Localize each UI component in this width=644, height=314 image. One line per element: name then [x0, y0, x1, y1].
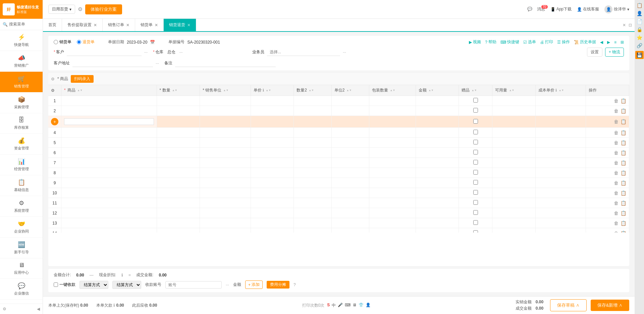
sidebar-item-finance[interactable]: 💰 资金管理 — [0, 134, 43, 154]
copy-icon[interactable]: 📋 — [621, 231, 626, 233]
tab-sale-out[interactable]: 销货单 ✕ — [135, 19, 164, 31]
tab-sale-return[interactable]: 销货退货 ✕ — [164, 19, 196, 31]
one-click-checkbox[interactable] — [54, 282, 58, 287]
delete-icon[interactable]: 🗑 — [614, 231, 619, 233]
list-view-icon[interactable]: ≡ — [614, 40, 616, 45]
product-cell-3[interactable] — [61, 116, 157, 128]
qty2-cell-2[interactable] — [294, 106, 332, 116]
sidebar-item-system[interactable]: ⚙ 系统管理 — [0, 196, 43, 217]
cost-price-info-icon[interactable]: ℹ — [555, 88, 557, 92]
salesman-input[interactable] — [267, 48, 340, 56]
fee-split-button[interactable]: 费用分摊 — [267, 281, 289, 289]
scan-button[interactable]: 扫码录入 — [71, 75, 94, 83]
fee-split-help-icon[interactable]: ? — [293, 282, 296, 287]
action-print[interactable]: 🖨 打印 — [540, 39, 553, 45]
sale-unit-cell-1[interactable] — [200, 96, 251, 106]
th-gift[interactable]: 赠品 ▲▼ — [459, 85, 492, 96]
add-row-button[interactable]: + — [51, 118, 58, 125]
sidebar-item-sales[interactable]: 🛒 销售管理 — [0, 72, 43, 92]
add-payment-button[interactable]: + 添加 — [245, 280, 263, 289]
discount-info-icon[interactable]: ℹ — [121, 273, 123, 277]
shirt-icon[interactable]: 👕 — [359, 303, 364, 308]
rp-icon-2[interactable]: 👤 — [637, 11, 642, 16]
rp-icon-7[interactable]: 💾 — [635, 51, 644, 59]
th-unit2[interactable]: 单位2 ▲▼ — [331, 85, 369, 96]
grid-view-icon[interactable]: ⊞ — [621, 40, 624, 45]
sidebar-item-inventory[interactable]: 🗄 库存核算 — [0, 113, 43, 134]
delete-icon[interactable]: 🗑 — [614, 160, 619, 166]
action-video[interactable]: ▶ 视频 — [469, 39, 481, 45]
product-cell-1[interactable] — [61, 96, 157, 106]
unit-price-cell-2[interactable] — [251, 106, 294, 116]
delete-icon[interactable]: 🗑 — [614, 190, 619, 196]
tab-close-sale-return[interactable]: ✕ — [187, 23, 191, 27]
tab-close-sale-out[interactable]: ✕ — [155, 23, 158, 27]
copy-icon[interactable]: 📋 — [621, 130, 626, 135]
account-lookup-icon[interactable]: ··· — [226, 282, 229, 287]
gift-check-2[interactable] — [473, 108, 478, 113]
unit-price-info-icon[interactable]: ℹ — [263, 88, 264, 92]
unit2-cell-1[interactable] — [331, 96, 369, 106]
th-amount[interactable]: 金额 ▲▼ — [416, 85, 459, 96]
pkg-qty-cell-3[interactable] — [369, 116, 416, 128]
copy-row-1-icon[interactable]: 📋 — [621, 98, 626, 104]
customer-input[interactable] — [67, 48, 142, 56]
sidebar-item-guide[interactable]: 🆕 新手引导 — [0, 238, 43, 258]
col-gear-icon[interactable]: ⚙ — [51, 88, 55, 93]
search-menu[interactable]: 🔍 搜索菜单 — [0, 19, 43, 30]
sidebar-item-enterprise[interactable]: 🤝 企业协同 — [0, 217, 43, 238]
qty-cell-2[interactable] — [157, 106, 200, 116]
radio-return-input[interactable] — [77, 40, 81, 44]
copy-icon[interactable]: 📋 — [621, 160, 626, 166]
copy-row-3-icon[interactable]: 📋 — [621, 119, 626, 124]
settle-method-select[interactable]: 结算方式 — [79, 281, 108, 289]
keyboard-switch-icon[interactable]: ⌨ — [345, 303, 351, 308]
cost-price-cell-2[interactable] — [535, 106, 586, 116]
logistics-button[interactable]: + 物流 — [605, 48, 624, 57]
available-cell-3[interactable] — [492, 116, 536, 128]
unit2-cell-2[interactable] — [331, 106, 369, 116]
close-tab-icon[interactable]: ✕ — [623, 23, 626, 27]
product-cell-2[interactable] — [61, 106, 157, 116]
chinese-icon[interactable]: 中 — [332, 303, 336, 308]
tab-close-sale-order[interactable]: ✕ — [126, 23, 129, 27]
sidebar-item-basic-info[interactable]: 📋 基础信息 — [0, 175, 43, 196]
delete-icon[interactable]: 🗑 — [614, 210, 619, 216]
debt-info-icon[interactable]: ℹ — [113, 303, 115, 308]
copy-icon[interactable]: 📋 — [621, 150, 626, 155]
warehouse-lookup-icon[interactable]: ··· — [179, 50, 183, 55]
delete-row-3-icon[interactable]: 🗑 — [614, 119, 619, 124]
gift-check-3[interactable] — [473, 119, 478, 124]
experience-btn[interactable]: 体验行业方案 — [85, 4, 122, 14]
th-sale-unit[interactable]: * 销售单位 ▲▼ — [200, 85, 251, 96]
th-pkg-qty[interactable]: 包装数量 ▲▼ — [369, 85, 416, 96]
user-icon[interactable]: 👤 — [366, 303, 371, 308]
copy-icon[interactable]: 📋 — [621, 210, 626, 216]
industry-select[interactable]: 日用百货 ▾ — [48, 5, 75, 14]
table-scroll[interactable]: ⚙ 商品 ▲▼ * 数量 ▲▼ * 销售单位 — [48, 85, 629, 233]
rp-icon-6[interactable]: 🔗 — [637, 43, 642, 48]
app-download[interactable]: 📱 App下载 — [550, 6, 572, 12]
delete-icon[interactable]: 🗑 — [614, 130, 619, 135]
sidebar-item-marketing[interactable]: 📣 营销推广 — [0, 51, 43, 72]
delete-row-1-icon[interactable]: 🗑 — [614, 98, 619, 104]
delete-icon[interactable]: 🗑 — [614, 170, 619, 176]
salesman-lookup-icon[interactable]: ··· — [343, 50, 346, 55]
th-product[interactable]: 商品 ▲▼ — [61, 85, 157, 96]
delete-icon[interactable]: 🗑 — [614, 140, 619, 145]
action-help[interactable]: ? 帮助 — [485, 39, 496, 45]
s-icon[interactable]: S — [327, 303, 330, 308]
address-input[interactable] — [72, 59, 153, 67]
available-cell-2[interactable] — [492, 106, 536, 116]
user-menu[interactable]: 👤 徐泽华 ▾ — [604, 5, 629, 13]
cost-price-cell-1[interactable] — [535, 96, 586, 106]
product-input-3[interactable] — [64, 118, 154, 125]
available-cell-1[interactable] — [492, 96, 536, 106]
copy-icon[interactable]: 📋 — [621, 180, 626, 186]
copy-icon[interactable]: 📋 — [621, 190, 626, 196]
delete-icon[interactable]: 🗑 — [614, 150, 619, 155]
maximize-icon[interactable]: ⊡ — [629, 23, 632, 27]
copy-icon[interactable]: 📋 — [621, 221, 626, 226]
sidebar-item-member[interactable]: V 畅会员 — [0, 300, 43, 304]
mic-icon[interactable]: 🎤 — [338, 303, 343, 308]
